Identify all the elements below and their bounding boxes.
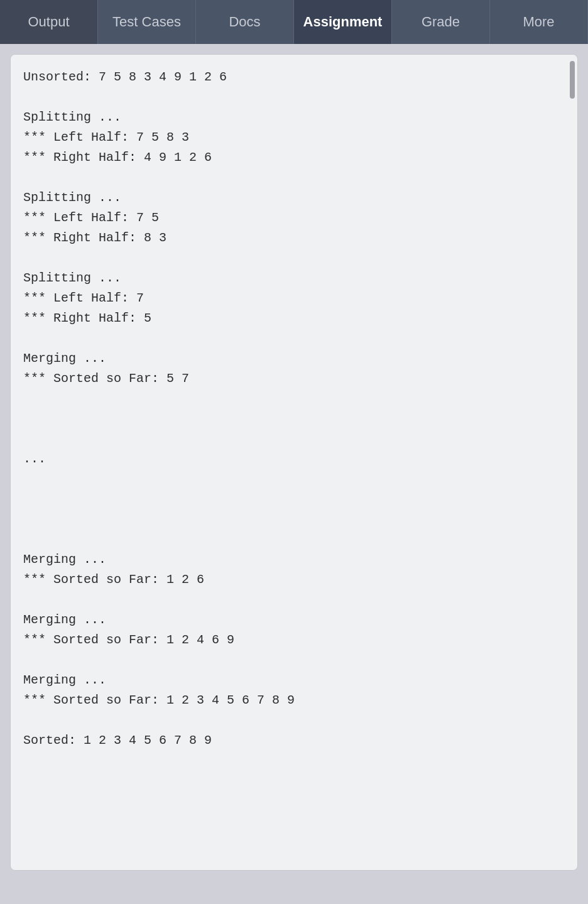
output-text: Unsorted: 7 5 8 3 4 9 1 2 6 Splitting ..… [23,67,565,751]
tab-grade[interactable]: Grade [392,0,490,44]
scrollbar-thumb[interactable] [570,61,575,99]
tab-docs[interactable]: Docs [196,0,294,44]
tab-more[interactable]: More [490,0,588,44]
tab-bar: OutputTest CasesDocsAssignmentGradeMore [0,0,588,44]
tab-output[interactable]: Output [0,0,98,44]
tab-assignment[interactable]: Assignment [294,0,392,44]
content-area: Unsorted: 7 5 8 3 4 9 1 2 6 Splitting ..… [10,54,578,871]
tab-test-cases[interactable]: Test Cases [98,0,196,44]
